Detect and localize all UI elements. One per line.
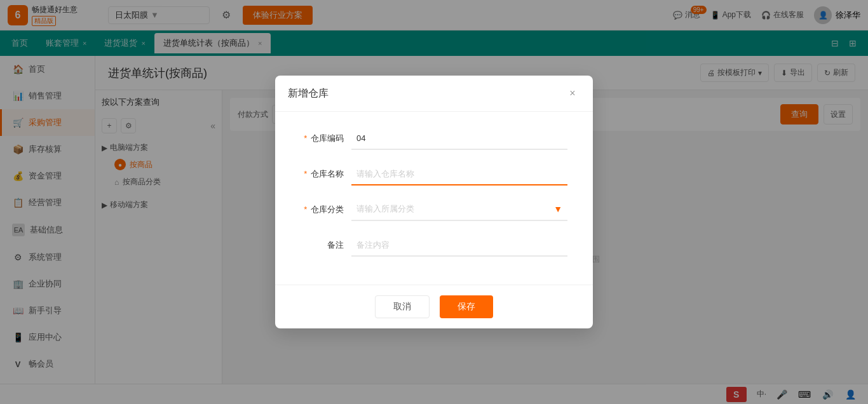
modal-footer: 取消 保存 xyxy=(275,285,593,328)
warehouse-category-label: * 仓库分类 xyxy=(301,204,351,215)
cancel-button[interactable]: 取消 xyxy=(375,295,430,318)
warehouse-code-row: * 仓库编码 xyxy=(301,127,567,150)
modal-title: 新增仓库 xyxy=(288,87,329,100)
warehouse-category-select[interactable]: 请输入所属分类 ▼ xyxy=(351,198,567,221)
remark-label: 备注 xyxy=(301,239,351,251)
add-warehouse-modal: 新增仓库 × * 仓库编码 * 仓库名称 xyxy=(275,76,593,328)
modal-overlay: 新增仓库 × * 仓库编码 * 仓库名称 xyxy=(0,0,868,404)
modal-body: * 仓库编码 * 仓库名称 * 仓库分类 请输入 xyxy=(275,112,593,285)
save-button[interactable]: 保存 xyxy=(440,295,493,318)
warehouse-name-row: * 仓库名称 xyxy=(301,163,567,185)
remark-input[interactable] xyxy=(351,234,567,257)
warehouse-code-label: * 仓库编码 xyxy=(301,133,351,144)
warehouse-name-label: * 仓库名称 xyxy=(301,168,351,180)
warehouse-name-input[interactable] xyxy=(351,163,567,185)
remark-row: 备注 xyxy=(301,234,567,257)
warehouse-code-input[interactable] xyxy=(351,127,567,150)
warehouse-category-row: * 仓库分类 请输入所属分类 ▼ xyxy=(301,198,567,221)
category-dropdown-icon: ▼ xyxy=(553,204,562,214)
modal-header: 新增仓库 × xyxy=(275,76,593,112)
modal-close-button[interactable]: × xyxy=(565,86,580,101)
category-placeholder: 请输入所属分类 xyxy=(356,203,414,215)
